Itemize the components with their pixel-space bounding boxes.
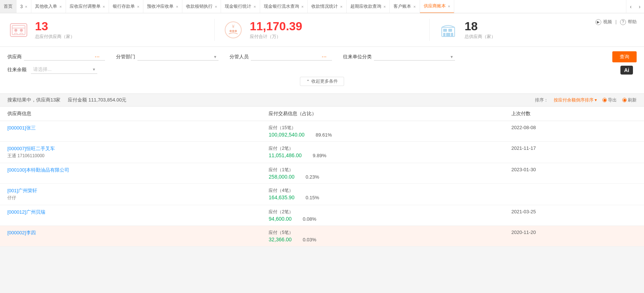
table-row: [000002]李四应付（5笔）32,366.000.03%2020-11-20: [0, 226, 644, 247]
nav-tab-supplier-book[interactable]: 供应商账本×: [420, 0, 454, 13]
last-payment-cell-4: 2021-03-25: [504, 205, 644, 226]
stat-payable-suppliers: 13 总应付供应商（家）: [7, 19, 207, 41]
refresh-label: 刷新: [628, 97, 637, 103]
nav-next-arrow[interactable]: ›: [635, 0, 644, 13]
stat-divider-1: [214, 19, 215, 41]
close-tab-overdue-query[interactable]: ×: [384, 4, 386, 9]
transaction-count-3: 应付（4笔）: [269, 187, 497, 194]
result-summary: 搜索结果中，供应商13家: [7, 97, 60, 103]
person-dots[interactable]: ···: [322, 54, 326, 60]
close-tab-customer-book[interactable]: ×: [413, 4, 416, 9]
supplier-link-0[interactable]: [000001]张三: [7, 125, 36, 131]
refresh-radio-icon: [622, 98, 627, 102]
col-supplier-info: 供应商信息: [0, 107, 261, 121]
supplier-dots[interactable]: ···: [95, 54, 99, 60]
supplier-link-3[interactable]: [001]广州荣轩: [7, 188, 37, 193]
filter-person: 分管人员 ···: [230, 53, 332, 61]
category-select[interactable]: ▾: [374, 54, 455, 61]
close-tab-tab3[interactable]: ×: [25, 4, 27, 9]
supplier-cell-4: [000012]广州贝瑞: [0, 205, 261, 226]
person-input[interactable]: [251, 53, 321, 60]
nav-tab-home[interactable]: 首页: [0, 0, 17, 13]
refresh-button[interactable]: 刷新: [622, 97, 637, 103]
table-row: [000001]张三应付（15笔）100,092,540.0089.61%202…: [0, 121, 644, 142]
close-tab-bank-deposit[interactable]: ×: [137, 4, 139, 9]
stats-bar: 13 总应付供应商（家） ¥ 11,170.39 应付合计（万）: [0, 13, 644, 47]
close-tab-supplier-book[interactable]: ×: [448, 4, 450, 8]
transaction-count-0: 应付（15笔）: [269, 125, 497, 131]
data-table: 供应商信息 应付交易信息（占比） 上次付数 [000001]张三应付（15笔）1…: [0, 107, 644, 247]
transaction-pct-4: 0.08%: [303, 216, 316, 222]
total-suppliers-label: 总供应商（家）: [465, 34, 496, 40]
nav-tab-receipt-stat[interactable]: 收款情况统计×: [308, 0, 346, 13]
nav-tab-bank-deposit[interactable]: 银行存款单×: [109, 0, 143, 13]
category-arrow-icon: ▾: [451, 54, 453, 59]
divider-text: ｜: [614, 19, 618, 25]
nav-tab-receipt-exec[interactable]: 收款核销执行×: [182, 0, 221, 13]
nav-tab-cash-bank-query[interactable]: 现金银行流水查询×: [260, 0, 308, 13]
table-body: [000001]张三应付（15笔）100,092,540.0089.61%202…: [0, 121, 644, 247]
close-tab-ar-ap-adjust[interactable]: ×: [103, 4, 105, 9]
last-payment-cell-3: [504, 184, 644, 205]
supplier-sub-1: 王通 17106110000: [7, 153, 254, 159]
supplier-cell-2: [000100]本特勤油品有限公司: [0, 163, 261, 184]
nav-tab-ar-ap-adjust[interactable]: 应收应付调整单×: [66, 0, 109, 13]
close-tab-receipt-stat[interactable]: ×: [340, 4, 342, 9]
nav-tab-customer-book[interactable]: 客户账本×: [390, 0, 420, 13]
svg-point-9: [235, 30, 237, 32]
transaction-cell-0: 应付（15笔）100,092,540.0089.61%: [261, 121, 504, 142]
ai-badge[interactable]: Ai: [620, 66, 633, 75]
supplier-label: 供应商: [7, 54, 22, 60]
supplier-link-4[interactable]: [000012]广州贝瑞: [7, 209, 45, 215]
supplier-input-container: ···: [24, 53, 105, 61]
close-tab-cash-bank-stat[interactable]: ×: [253, 4, 256, 9]
payable-suppliers-icon: [7, 19, 29, 41]
svg-rect-15: [446, 33, 450, 37]
supplier-cell-5: [000002]李四: [0, 226, 261, 247]
balance-select[interactable]: 请选择... ▾: [31, 65, 97, 74]
nav-prev-arrow[interactable]: ‹: [626, 0, 635, 13]
transaction-pct-1: 9.89%: [313, 153, 326, 158]
transaction-cell-4: 应付（2笔）94,600.000.08%: [261, 205, 504, 226]
supplier-link-1[interactable]: [000007]恒旺二手叉车: [7, 146, 55, 151]
sort-value-text[interactable]: 按应付余额倒序排序 ▾: [554, 97, 597, 103]
nav-arrows: ‹›: [626, 0, 644, 13]
query-button[interactable]: 查询: [612, 51, 637, 62]
transaction-amount-5: 32,366.00: [269, 237, 291, 242]
svg-rect-1: [12, 25, 25, 35]
transaction-pct-0: 89.61%: [316, 132, 332, 138]
export-button[interactable]: 导出: [602, 97, 617, 103]
export-radio-icon: [602, 98, 607, 102]
nav-tab-overdue-query[interactable]: 超期应收款查询×: [347, 0, 390, 13]
supplier-link-2[interactable]: [000100]本特勤油品有限公司: [7, 167, 69, 173]
payable-total-icon: ¥: [222, 19, 244, 41]
nav-tab-prepay-ar[interactable]: 预收冲应收单×: [143, 0, 182, 13]
transaction-amount-3: 164,635.90: [269, 194, 294, 200]
close-tab-cash-bank-query[interactable]: ×: [301, 4, 304, 9]
table-row: [000007]恒旺二手叉车王通 17106110000应付（2笔）11,051…: [0, 142, 644, 163]
nav-tab-cash-bank-stat[interactable]: 现金银行统计×: [221, 0, 260, 13]
transaction-cell-3: 应付（4笔）164,635.900.15%: [261, 184, 504, 205]
close-tab-other-income[interactable]: ×: [59, 4, 62, 9]
stat-divider-2: [429, 19, 430, 41]
video-link[interactable]: 视频: [603, 19, 612, 25]
transaction-count-2: 应付（1笔）: [269, 167, 497, 173]
transaction-amount-0: 100,092,540.00: [269, 132, 304, 138]
help-icon[interactable]: ?: [620, 19, 626, 25]
transaction-cell-1: 应付（2笔）11,051,486.009.89%: [261, 142, 504, 163]
video-icon[interactable]: ▶: [595, 19, 601, 25]
nav-tab-other-income[interactable]: 其他收入单×: [31, 0, 66, 13]
last-payment-cell-2: 2023-01-30: [504, 163, 644, 184]
close-tab-prepay-ar[interactable]: ×: [176, 4, 178, 9]
help-link[interactable]: 帮助: [628, 19, 637, 25]
balance-placeholder: 请选择...: [33, 66, 93, 73]
supplier-link-5[interactable]: [000002]李四: [7, 230, 36, 235]
collapse-button[interactable]: ⌃ 收起更多条件: [300, 77, 344, 86]
result-actions: 排序： 按应付余额倒序排序 ▾ 导出 刷新: [535, 97, 637, 103]
department-select[interactable]: ▾: [137, 54, 218, 61]
supplier-cell-0: [000001]张三: [0, 121, 261, 142]
close-tab-receipt-exec[interactable]: ×: [215, 4, 217, 9]
nav-tab-tab3[interactable]: 3×: [17, 0, 31, 13]
filter-row-2: 往来余额 请选择... ▾: [7, 65, 637, 74]
supplier-input[interactable]: [24, 53, 94, 60]
